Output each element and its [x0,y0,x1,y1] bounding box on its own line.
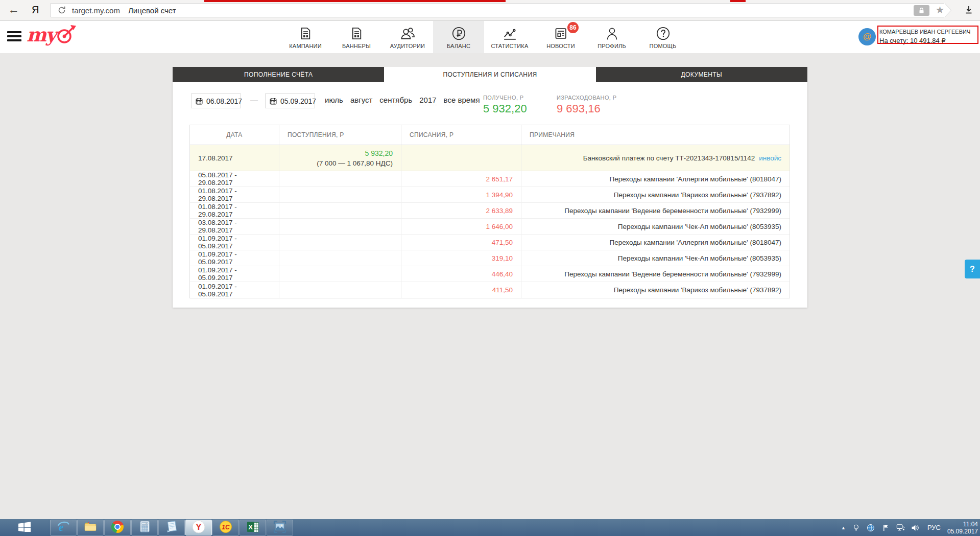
yandex-browser-logo[interactable]: Я [32,4,39,16]
tab-documents[interactable]: ДОКУМЕНТЫ [596,67,807,82]
quick-link-1[interactable]: август [350,96,372,105]
cell-date: 05.08.2017 - 29.08.2017 [190,171,279,187]
nav-item-label: ПОМОЩЬ [650,43,677,49]
svg-text:e: e [59,521,63,533]
cell-date: 01.09.2017 - 05.09.2017 [190,250,279,266]
refresh-icon[interactable] [58,6,66,16]
audiences-icon [400,25,416,42]
taskbar-apps: e0Y1СX [50,519,294,536]
internet-explorer-icon: e [57,520,70,535]
content-card: 06.08.2017 — 05.09.2017 июльавгустсентяб… [173,82,807,308]
date-from-input[interactable]: 06.08.2017 [191,94,241,108]
tray-time: 11:04 [947,521,978,528]
taskbar-1c[interactable]: 1С [212,520,239,535]
mytarget-logo[interactable]: my [27,23,77,48]
1c-icon: 1С [219,520,232,535]
taskbar-image-viewer[interactable] [267,520,293,535]
address-bar[interactable]: target.my.com Лицевой счет ★ [50,3,945,17]
flag-icon[interactable] [881,524,890,532]
table-row: 01.08.2017 - 29.08.20172 633,89Переходы … [190,203,790,219]
cell-date: 01.09.2017 - 05.09.2017 [190,235,279,250]
network-icon[interactable] [896,524,905,531]
quick-link-3[interactable]: 2017 [419,96,436,105]
browser-toolbar: ← Я target.my.com Лицевой счет ★ [0,0,980,20]
nav-item-campaigns[interactable]: КАМПАНИИ [280,21,331,53]
taskbar-notepad[interactable] [158,520,185,535]
taskbar-yandex-browser[interactable]: Y [185,520,212,535]
cell-income [279,235,401,250]
quick-link-2[interactable]: сентябрь [379,96,412,105]
yandex-browser-icon: Y [192,520,205,535]
nav-item-label: НОВОСТИ [546,43,575,49]
nav-item-audiences[interactable]: АУДИТОРИИ [382,21,433,53]
news-icon [554,25,568,42]
calculator-icon: 0 [138,520,151,535]
clock[interactable]: 11:04 05.09.2017 [947,521,978,535]
nav-item-banners[interactable]: БАННЕРЫ [331,21,382,53]
cell-expense: 411,50 [401,282,521,298]
site-header: my КАМПАНИИБАННЕРЫАУДИТОРИИБАЛАНССТАТИСТ… [0,21,980,53]
note-text: Переходы кампании 'Варикоз мобильные' (7… [614,191,781,199]
svg-text:Y: Y [196,522,202,532]
cell-date: 01.08.2017 - 29.08.2017 [190,203,279,218]
bulb-icon[interactable] [852,524,861,532]
quick-link-4[interactable]: все время [444,96,480,105]
taskbar-file-explorer[interactable] [77,520,104,535]
tab-topup[interactable]: ПОПОЛНЕНИЕ СЧЁТА [173,67,384,82]
nav-item-profile[interactable]: ПРОФИЛЬ [586,21,637,53]
tab-bar: ПОПОЛНЕНИЕ СЧЁТАПОСТУПЛЕНИЯ И СПИСАНИЯДО… [173,67,807,82]
taskbar-internet-explorer[interactable]: e [50,520,77,535]
volume-icon[interactable] [911,524,920,531]
date-to-input[interactable]: 05.09.2017 [265,94,315,108]
bookmark-star-icon[interactable]: ★ [936,4,944,16]
invoice-link[interactable]: инвойс [759,154,781,162]
cell-expense: 1 646,00 [401,219,521,234]
lock-icon[interactable] [914,5,929,16]
nav-item-help[interactable]: ПОМОЩЬ [637,21,688,53]
svg-text:1С: 1С [222,523,230,530]
note-text: Переходы кампании 'Аллергия мобильные' (… [609,175,781,183]
table-row: 01.09.2017 - 05.09.2017319,10Переходы ка… [190,250,790,266]
nav-item-news[interactable]: 86НОВОСТИ [535,21,586,53]
quick-link-0[interactable]: июль [325,96,343,105]
note-text: Переходы кампании 'Ведение беременности … [564,270,781,278]
globe-icon[interactable] [867,524,875,532]
column-header: ПОСТУПЛЕНИЯ, Р [279,125,401,145]
language-indicator[interactable]: РУС [927,524,941,531]
cell-expense: 471,50 [401,235,521,250]
file-explorer-icon [84,520,97,535]
tray-icons [852,524,920,532]
calendar-icon [196,98,203,105]
table-row: 03.08.2017 - 29.08.20171 646,00Переходы … [190,219,790,235]
help-button[interactable]: ? [965,260,980,278]
cell-income [279,219,401,234]
taskbar-calculator[interactable]: 0 [131,520,158,535]
annotation-red-line-small [730,0,746,2]
avatar: @ [858,28,876,45]
menu-icon[interactable] [7,31,21,43]
table-row: 01.08.2017 - 29.08.20171 394,90Переходы … [190,187,790,203]
table-row: 17.08.20175 932,20(7 000 — 1 067,80 НДС)… [190,145,790,171]
start-button[interactable] [0,519,49,536]
quick-date-links: июльавгустсентябрь2017все время [325,96,480,105]
cell-income [279,171,401,187]
hidden-icons-button[interactable]: ▲ [841,525,846,530]
nav-item-label: БАЛАНС [447,43,470,49]
taskbar-excel[interactable]: X [240,520,266,535]
back-button[interactable]: ← [8,3,19,16]
nav-item-label: АУДИТОРИИ [390,43,425,49]
nav-item-balance[interactable]: БАЛАНС [433,21,484,53]
cell-income [279,250,401,266]
download-icon[interactable] [964,5,973,16]
note-text: Переходы кампании 'Ведение беременности … [564,207,781,215]
received-label: ПОЛУЧЕНО, Р [483,95,527,101]
note-text: Переходы кампании 'Аллергия мобильные' (… [609,239,781,246]
image-viewer-icon [273,520,286,535]
column-header: ДАТА [190,125,279,145]
tab-transactions[interactable]: ПОСТУПЛЕНИЯ И СПИСАНИЯ [384,67,595,82]
nav-item-statistics[interactable]: СТАТИСТИКА [484,21,535,53]
cell-date: 01.08.2017 - 29.08.2017 [190,187,279,202]
taskbar-chrome[interactable] [104,520,131,535]
windows-start-icon [18,522,31,534]
user-account[interactable]: @ КОМАРЕВЦЕВ ИВАН СЕРГЕЕВИЧ На счету: 10… [858,27,970,45]
